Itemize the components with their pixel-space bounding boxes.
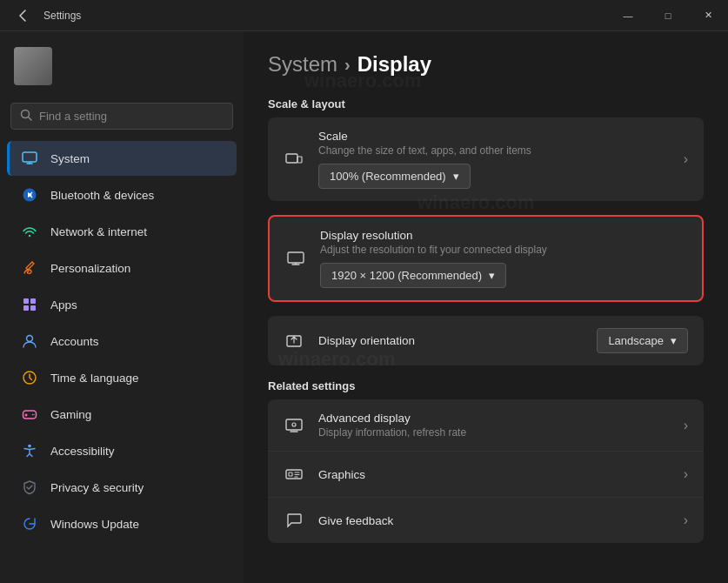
svg-rect-9 bbox=[23, 305, 29, 311]
orientation-right: Landscape ▾ bbox=[597, 328, 688, 353]
resolution-value: 1920 × 1200 (Recommended) bbox=[331, 269, 482, 282]
sidebar-item-privacy[interactable]: Privacy & security bbox=[7, 470, 237, 505]
sidebar-item-network-label: Network & internet bbox=[50, 225, 147, 238]
scale-content: Scale Change the size of text, apps, and… bbox=[318, 130, 670, 189]
wifi-icon bbox=[21, 223, 38, 240]
svg-point-16 bbox=[32, 414, 33, 415]
accessibility-icon bbox=[21, 442, 38, 459]
resolution-card: Display resolution Adjust the resolution… bbox=[268, 215, 704, 302]
scale-icon bbox=[284, 149, 304, 170]
sidebar-item-apps[interactable]: Apps bbox=[7, 287, 237, 322]
resolution-dropdown[interactable]: 1920 × 1200 (Recommended) ▾ bbox=[320, 263, 506, 288]
graphics-icon bbox=[284, 464, 304, 485]
breadcrumb-separator: › bbox=[344, 55, 351, 75]
give-feedback-icon bbox=[284, 510, 304, 531]
sidebar-item-system-label: System bbox=[50, 152, 90, 165]
graphics-title: Graphics bbox=[318, 468, 670, 481]
give-feedback-right: › bbox=[684, 513, 688, 528]
svg-rect-10 bbox=[30, 305, 36, 311]
update-icon bbox=[21, 515, 38, 533]
chevron-right-icon-2: › bbox=[684, 418, 688, 433]
search-box[interactable] bbox=[10, 103, 233, 130]
breadcrumb: System › Display bbox=[268, 52, 704, 77]
svg-line-1 bbox=[29, 117, 32, 121]
maximize-button[interactable]: □ bbox=[648, 0, 688, 31]
svg-rect-29 bbox=[289, 472, 292, 476]
chevron-right-icon: › bbox=[684, 151, 688, 167]
advanced-display-right: › bbox=[684, 418, 688, 433]
sidebar-item-system[interactable]: System bbox=[7, 141, 237, 176]
orientation-value: Landscape bbox=[608, 334, 664, 347]
breadcrumb-parent: System bbox=[268, 52, 337, 77]
advanced-display-icon bbox=[284, 415, 304, 436]
advanced-display-content: Advanced display Display information, re… bbox=[318, 412, 670, 439]
sidebar-item-bluetooth-label: Bluetooth & devices bbox=[50, 189, 154, 202]
svg-point-11 bbox=[27, 336, 33, 342]
svg-point-6 bbox=[29, 235, 30, 237]
svg-point-18 bbox=[28, 445, 31, 448]
close-button[interactable]: ✕ bbox=[688, 0, 728, 31]
svg-rect-21 bbox=[288, 252, 304, 263]
clock-icon bbox=[21, 369, 38, 386]
related-settings-card: Advanced display Display information, re… bbox=[268, 399, 704, 543]
sidebar-item-accounts[interactable]: Accounts bbox=[7, 324, 237, 359]
orientation-content: Display orientation bbox=[318, 334, 583, 347]
sidebar-item-accessibility[interactable]: Accessibility bbox=[7, 433, 237, 468]
svg-rect-2 bbox=[23, 152, 37, 162]
advanced-display-title: Advanced display bbox=[318, 412, 670, 425]
scale-desc: Change the size of text, apps, and other… bbox=[318, 144, 670, 157]
scale-card: Scale Change the size of text, apps, and… bbox=[268, 117, 704, 201]
page-header: System › Display bbox=[268, 52, 704, 77]
sidebar-item-privacy-label: Privacy & security bbox=[50, 481, 144, 494]
advanced-display-desc: Display information, refresh rate bbox=[318, 426, 670, 439]
orientation-title: Display orientation bbox=[318, 334, 583, 347]
sidebar-item-network[interactable]: Network & internet bbox=[7, 214, 237, 249]
sidebar-item-bluetooth[interactable]: Bluetooth & devices bbox=[7, 178, 237, 212]
graphics-content: Graphics bbox=[318, 468, 670, 481]
svg-rect-7 bbox=[23, 298, 29, 304]
scale-dropdown[interactable]: 100% (Recommended) ▾ bbox=[318, 164, 471, 189]
scale-item: Scale Change the size of text, apps, and… bbox=[268, 117, 704, 201]
give-feedback-title: Give feedback bbox=[318, 514, 670, 527]
avatar-image bbox=[14, 47, 52, 85]
svg-rect-19 bbox=[286, 154, 297, 163]
graphics-right: › bbox=[684, 466, 688, 482]
titlebar: Settings — □ ✕ bbox=[0, 0, 728, 31]
sidebar-item-gaming-label: Gaming bbox=[50, 408, 91, 421]
back-button[interactable] bbox=[10, 3, 35, 28]
sidebar-item-time-label: Time & language bbox=[50, 372, 139, 385]
give-feedback-item[interactable]: Give feedback › bbox=[268, 498, 704, 543]
search-input[interactable] bbox=[39, 110, 224, 123]
titlebar-title: Settings bbox=[43, 10, 81, 22]
chevron-right-icon-4: › bbox=[684, 513, 688, 528]
titlebar-controls: — □ ✕ bbox=[608, 0, 728, 31]
sidebar-item-update[interactable]: Windows Update bbox=[7, 506, 237, 541]
search-icon bbox=[20, 109, 32, 124]
apps-icon bbox=[21, 296, 38, 313]
sidebar: System Bluetooth & devices bbox=[0, 31, 244, 583]
gamepad-icon bbox=[21, 405, 38, 423]
sidebar-item-accounts-label: Accounts bbox=[50, 335, 99, 348]
sidebar-item-time[interactable]: Time & language bbox=[7, 360, 237, 395]
user-profile bbox=[0, 38, 244, 99]
sidebar-item-gaming[interactable]: Gaming bbox=[7, 397, 237, 432]
sidebar-item-apps-label: Apps bbox=[50, 298, 77, 312]
brush-icon bbox=[21, 259, 38, 277]
resolution-item: Display resolution Adjust the resolution… bbox=[270, 217, 702, 300]
orientation-dropdown[interactable]: Landscape ▾ bbox=[597, 328, 688, 353]
breadcrumb-current: Display bbox=[357, 52, 431, 77]
shield-icon bbox=[21, 479, 38, 496]
svg-rect-20 bbox=[297, 157, 302, 163]
sidebar-item-personalization[interactable]: Personalization bbox=[7, 251, 237, 285]
person-icon bbox=[21, 332, 38, 350]
advanced-display-item[interactable]: Advanced display Display information, re… bbox=[268, 399, 704, 452]
orientation-card: Display orientation Landscape ▾ bbox=[268, 316, 704, 365]
scale-title: Scale bbox=[318, 130, 670, 143]
minimize-button[interactable]: — bbox=[608, 0, 648, 31]
chevron-down-icon-2: ▾ bbox=[489, 269, 495, 282]
orientation-item: Display orientation Landscape ▾ bbox=[268, 316, 704, 365]
graphics-item[interactable]: Graphics › bbox=[268, 452, 704, 498]
orientation-icon bbox=[284, 331, 304, 352]
sidebar-item-personalization-label: Personalization bbox=[50, 262, 130, 275]
main-content: winaero.com winaero.com winaero.com Syst… bbox=[244, 31, 728, 583]
